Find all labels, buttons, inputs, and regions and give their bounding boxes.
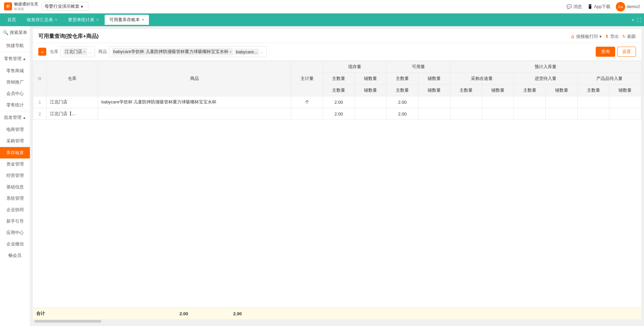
close-all-icon[interactable]: × xyxy=(632,17,634,22)
tab-yaohuo[interactable]: 要货单统计表 × xyxy=(63,15,103,25)
sidebar-item-marketing[interactable]: 营销推广 xyxy=(0,77,30,88)
sidebar-section-batch-header[interactable]: 批发管理 ▲ xyxy=(0,111,30,124)
row-pur-aux-2 xyxy=(482,108,514,120)
nav-actions: × ⛶ xyxy=(632,17,641,22)
th-pur-aux: 辅数量 xyxy=(482,85,514,96)
setting-button[interactable]: 设置 xyxy=(617,47,636,57)
row-unit-1: 个 xyxy=(291,96,323,108)
row-num-2: 2 xyxy=(33,108,47,120)
filter-goods-close[interactable]: × xyxy=(229,49,232,54)
industry-select[interactable]: 母婴行业演示账套 ▾ xyxy=(42,2,89,11)
home-label: 首页 xyxy=(7,17,16,23)
scroll-thumb[interactable] xyxy=(34,320,101,323)
filter-toggle-icon: » xyxy=(41,49,43,54)
sidebar-item-member2[interactable]: 畅会员 xyxy=(0,250,30,261)
settings-icon[interactable]: ⚙ xyxy=(38,76,42,81)
sidebar-item-sys-mgmt[interactable]: 系统管理 xyxy=(0,193,30,204)
data-table: ⚙ 仓库 商品 主计量 现存量 可用量 预计入库量 主数量 辅数量 xyxy=(33,61,641,120)
sidebar-item-enterprise[interactable]: 企业协同 xyxy=(0,204,30,216)
logo-text: 畅捷通好生意 xyxy=(14,2,38,6)
main-layout: 🔍 搜索菜单 快捷导航 零售管理 ▲ 零售商城 营销推广 会员中心 零售统计 xyxy=(0,26,644,326)
row-num-1: 1 xyxy=(33,96,47,108)
tab-yaohuo-close[interactable]: × xyxy=(96,17,99,22)
row-warehouse-1: 江北门店 xyxy=(47,96,98,108)
footer-values: 2.00 2.00 xyxy=(170,311,638,316)
row-pur-main-1 xyxy=(450,96,482,108)
nav-tabs: 首页 收发存汇总表 × 要货单统计表 × 可用量库存账本 × × ⛶ xyxy=(0,13,644,26)
user-area[interactable]: Ea demo2 xyxy=(616,2,640,11)
sidebar-item-operations[interactable]: 经营管理 xyxy=(0,170,30,181)
logo-sub: 标准版 xyxy=(14,7,38,11)
sidebar-item-base-info[interactable]: 基础信息 xyxy=(0,181,30,193)
row-pur-aux-1 xyxy=(482,96,514,108)
th-goods: 商品 xyxy=(98,61,291,96)
filter-goods-tag2: babycare... xyxy=(234,49,259,55)
app-center-label: 应用中心 xyxy=(6,230,24,236)
row-available-aux-2 xyxy=(418,108,450,120)
export-btn[interactable]: ⬆ 导出 xyxy=(605,34,619,40)
th-unit: 主计量 xyxy=(291,61,323,96)
footer-current-aux xyxy=(197,311,224,316)
sidebar-item-purchase[interactable]: 采购管理 xyxy=(0,135,30,147)
sidebar-item-member[interactable]: 会员中心 xyxy=(0,88,30,99)
table-row: 2 江北门店【... 2.00 2.00 xyxy=(33,108,641,120)
zero-stats-label: 零售统计 xyxy=(6,102,24,108)
page-header: 可用量查询(按仓库+商品) 🖨 按模板打印 ▾ ⬆ 导出 ↻ 刷新 xyxy=(33,29,641,43)
tab-shoufacun[interactable]: 收发存汇总表 × xyxy=(22,15,62,25)
filter-warehouse-more: ... xyxy=(89,49,92,54)
member-label: 会员中心 xyxy=(6,91,24,97)
content-area: 可用量查询(按仓库+商品) 🖨 按模板打印 ▾ ⬆ 导出 ↻ 刷新 xyxy=(30,26,644,326)
search-icon: 🔍 xyxy=(3,30,8,35)
sidebar-item-finance[interactable]: 资金管理 xyxy=(0,158,30,170)
refresh-btn[interactable]: ↻ 刷新 xyxy=(622,34,636,40)
sidebar-item-inventory[interactable]: 库存核算 xyxy=(0,147,30,158)
purchase-label: 采购管理 xyxy=(6,138,24,144)
sidebar: 🔍 搜索菜单 快捷导航 零售管理 ▲ 零售商城 营销推广 会员中心 零售统计 xyxy=(0,26,30,326)
logo-icon: 好 xyxy=(4,2,12,10)
footer-available-main: 2.00 xyxy=(224,311,251,316)
app-download-btn[interactable]: 📱 App下载 xyxy=(587,4,610,10)
query-button[interactable]: 查询 xyxy=(596,47,615,57)
th-planned-in: 预计入库量 xyxy=(450,61,641,73)
filter-warehouse-field: 仓库 江北门店 × ... xyxy=(50,46,95,57)
chevron-down-icon: ▾ xyxy=(81,4,83,9)
filter-warehouse-value: 江北门店 xyxy=(65,49,82,55)
message-icon: 💬 xyxy=(567,4,572,9)
horizontal-scrollbar[interactable] xyxy=(33,319,641,323)
filter-warehouse-tag: 江北门店 × xyxy=(63,48,87,55)
sidebar-section-zero-sales-header[interactable]: 零售管理 ▲ xyxy=(0,52,30,65)
sidebar-item-new-guide[interactable]: 新手引导 xyxy=(0,216,30,227)
print-icon: 🖨 xyxy=(571,34,575,39)
sidebar-item-app-center[interactable]: 应用中心 xyxy=(0,227,30,238)
tab-home[interactable]: 首页 xyxy=(3,15,21,25)
row-available-aux-1 xyxy=(418,96,450,108)
th-available-main: 主数量 xyxy=(386,73,418,85)
th-av-main: 主数量 xyxy=(386,85,418,96)
filter-toggle-btn[interactable]: » xyxy=(38,48,46,56)
chevron-batch-icon: ▲ xyxy=(23,116,26,120)
sidebar-quick-nav[interactable]: 快捷导航 xyxy=(0,39,30,52)
zero-sales-label: 零售管理 xyxy=(4,56,21,62)
tab-keyongliang-label: 可用量库存账本 xyxy=(109,17,140,23)
quick-nav-label: 快捷导航 xyxy=(6,43,24,49)
sidebar-item-zero-mall[interactable]: 零售商城 xyxy=(0,65,30,77)
sidebar-item-enterprise-wechat[interactable]: 企业微信 xyxy=(0,238,30,250)
print-label: 按模板打印 xyxy=(576,34,598,40)
tab-keyongliang-close[interactable]: × xyxy=(142,17,144,22)
table-wrapper: ⚙ 仓库 商品 主计量 现存量 可用量 预计入库量 主数量 辅数量 xyxy=(33,61,641,308)
filter-warehouse-input[interactable]: 江北门店 × ... xyxy=(60,46,95,57)
message-btn[interactable]: 💬 消息 xyxy=(567,4,582,10)
tab-shoufacun-label: 收发存汇总表 xyxy=(27,17,53,23)
filter-goods-input[interactable]: babycare学饮杯 儿童防摔防撞吸管杯重力球吸嘴杯宝宝水杯 × babyca… xyxy=(109,46,267,57)
page-card: 可用量查询(按仓库+商品) 🖨 按模板打印 ▾ ⬆ 导出 ↻ 刷新 xyxy=(33,29,641,323)
sidebar-search[interactable]: 🔍 搜索菜单 xyxy=(0,26,30,39)
tab-keyongliang[interactable]: 可用量库存账本 × xyxy=(105,15,149,25)
sidebar-item-zero-stats[interactable]: 零售统计 xyxy=(0,99,30,111)
tab-shoufacun-close[interactable]: × xyxy=(55,17,57,22)
print-btn[interactable]: 🖨 按模板打印 ▾ xyxy=(571,34,602,40)
row-current-main-2: 2.00 xyxy=(323,108,355,120)
maximize-icon[interactable]: ⛶ xyxy=(637,17,641,22)
sidebar-item-ecommerce[interactable]: 电商管理 xyxy=(0,124,30,135)
filter-warehouse-close[interactable]: × xyxy=(83,49,86,54)
row-prod-main-1 xyxy=(578,96,609,108)
